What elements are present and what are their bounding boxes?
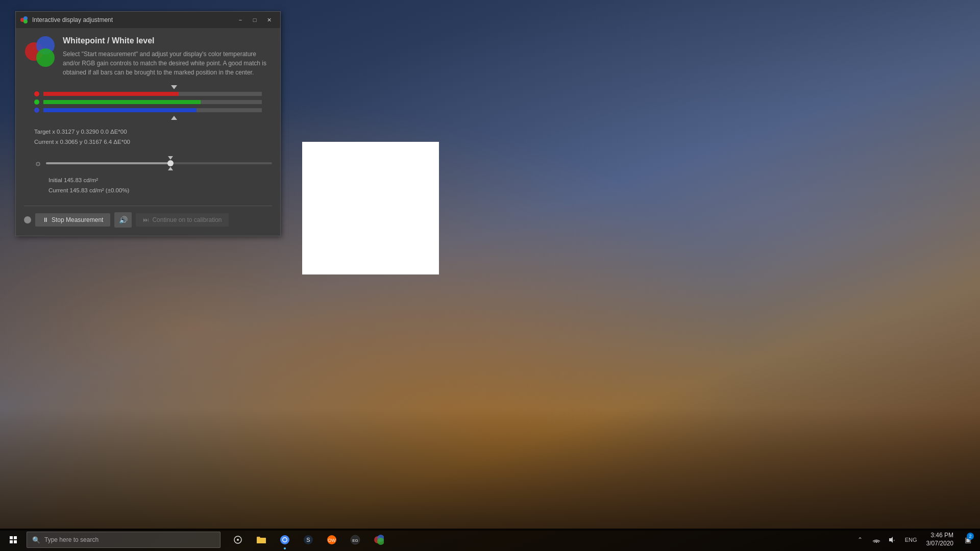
coordinates-section: Target x 0.3127 y 0.3290 0.0 ΔE*00 Curre… [34,127,272,147]
blue-bar-track [43,108,262,112]
language-indicator[interactable]: ENG [902,529,920,551]
brightness-thumb[interactable] [167,160,174,166]
maximize-button[interactable]: □ [248,13,262,27]
red-bar-row [34,91,262,96]
app-window: Interactive display adjustment − □ ✕ Whi… [15,11,281,236]
taskbar-center: S OW EG [227,529,390,551]
taskbar: 🔍 Type here to search [0,529,980,551]
svg-text:×: × [893,539,895,542]
current-coords: Current x 0.3065 y 0.3167 6.4 ΔE*00 [34,137,272,147]
window-title: Interactive display adjustment [32,16,233,23]
start-button[interactable] [2,529,24,551]
blue-bar-row [34,108,262,113]
header-section: Whitepoint / White level Select "Start m… [24,36,272,77]
svg-point-2 [23,19,28,23]
section-title: Whitepoint / White level [63,36,272,45]
clock-time: 3:46 PM [930,532,953,540]
green-dot [34,99,39,105]
stop-measurement-button[interactable]: ⏸ Stop Measurement [35,213,110,227]
search-bar[interactable]: 🔍 Type here to search [27,532,220,548]
minimize-button[interactable]: − [233,13,248,27]
tray-chevron[interactable]: ⌃ [853,529,867,551]
title-bar: Interactive display adjustment − □ ✕ [16,12,280,28]
system-tray: ⌃ × ENG 3:46 PM 3/07/2020 ▣ 2 [853,529,978,551]
svg-point-7 [237,539,239,541]
task-view-icon [233,536,242,544]
task-view-button[interactable] [227,529,249,551]
red-dot [34,91,39,96]
current-brightness: Current 145.83 cd/m² (±0.00%) [48,186,272,196]
svg-point-20 [875,542,876,543]
target-marker-top [171,85,177,89]
app-title-icon [20,16,28,24]
fast-forward-icon: ⏭ [143,216,149,223]
epic-games-button[interactable]: EG [344,529,366,551]
header-text: Whitepoint / White level Select "Start m… [63,36,272,77]
search-icon: 🔍 [32,536,40,544]
brightness-fill [46,162,170,164]
svg-text:OW: OW [328,538,336,543]
volume-icon[interactable]: × [886,529,900,551]
svg-marker-21 [889,537,893,543]
bottom-controls: ⏸ Stop Measurement 🔊 ⏭ Continue on to ca… [24,206,272,228]
svg-point-5 [36,48,55,67]
blue-dot [34,108,39,113]
clock-display[interactable]: 3:46 PM 3/07/2020 [922,529,958,551]
green-bar-track [43,100,262,104]
blue-bar-fill [43,108,197,112]
brightness-values: Initial 145.83 cd/m² Current 145.83 cd/m… [48,176,272,195]
red-bar-fill [43,92,179,96]
initial-brightness: Initial 145.83 cd/m² [48,176,272,186]
green-bar-fill [43,100,201,104]
close-button[interactable]: ✕ [262,13,276,27]
red-bar-track [43,92,262,96]
brightness-marker-top [168,156,173,160]
steam-icon: S [303,535,313,545]
file-explorer-button[interactable] [250,529,273,551]
epic-icon: EG [350,535,360,545]
target-coords: Target x 0.3127 y 0.3290 0.0 ΔE*00 [34,127,272,137]
brightness-icon: ☼ [34,159,42,168]
svg-text:S: S [306,537,310,543]
target-marker-bottom [171,116,177,120]
notification-button[interactable]: ▣ 2 [960,529,976,551]
sound-button[interactable]: 🔊 [114,212,132,228]
wifi-icon [872,537,880,543]
notification-badge: 2 [967,533,974,540]
search-placeholder: Type here to search [44,536,99,543]
color-tool-icon [374,535,384,545]
city-overlay [0,327,980,531]
brightness-track [46,162,272,164]
clock-date: 3/07/2020 [926,540,953,548]
overwolf-icon: OW [327,535,337,545]
brightness-marker-bottom [168,167,173,170]
overwolf-button[interactable]: OW [321,529,343,551]
chrome-icon [280,535,290,545]
color-tool-button[interactable] [368,529,390,551]
windows-icon [10,536,17,543]
chrome-button[interactable] [274,529,296,551]
brightness-section: ☼ [34,155,272,171]
pause-icon: ⏸ [42,216,48,223]
window-content: Whitepoint / White level Select "Start m… [16,28,280,236]
speaker-icon: 🔊 [119,216,128,224]
status-indicator [24,216,31,223]
svg-text:EG: EG [352,538,358,543]
calibration-patch [302,142,439,274]
app-logo [24,36,55,67]
steam-button[interactable]: S [297,529,320,551]
rgb-section [24,85,272,121]
network-icon[interactable] [869,529,884,551]
folder-icon [256,536,266,544]
section-description: Select "Start measurement" and adjust yo… [63,49,272,77]
speaker-tray-icon: × [889,536,897,543]
continue-calibration-button[interactable]: ⏭ Continue on to calibration [136,213,229,227]
svg-point-10 [283,538,287,542]
green-bar-row [34,99,262,105]
